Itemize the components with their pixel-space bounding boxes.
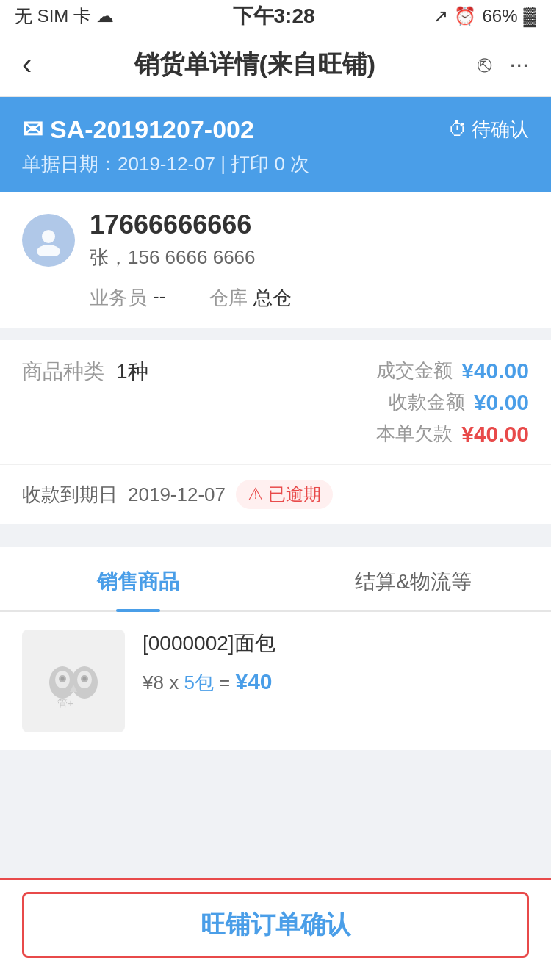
product-qty: 5包	[184, 671, 213, 693]
product-section: 管+ [0000002]面包 ¥8 x 5包 = ¥40	[0, 612, 551, 750]
order-header-top: ✉ SA-20191207-002 ⏱ 待确认	[22, 115, 529, 144]
back-button[interactable]: ‹	[22, 48, 32, 81]
customer-section: 17666666666 张，156 6666 6666 业务员 -- 仓库 总仓	[0, 192, 551, 328]
deal-label: 成交金额	[376, 358, 453, 383]
customer-info: 17666666666 张，156 6666 6666	[90, 209, 256, 270]
product-name: [0000002]面包	[143, 630, 529, 657]
more-button[interactable]: ···	[509, 51, 529, 78]
owed-amount-row: 本单欠款 ¥40.00	[376, 421, 529, 447]
order-id-icon: ✉	[22, 115, 43, 144]
status-right: ↗ ⏰ 66% ▓	[433, 6, 536, 26]
tabs-section: 销售商品 结算&物流等	[0, 547, 551, 612]
status-left: 无 SIM 卡 ☁	[15, 4, 114, 28]
due-date-section: 收款到期日 2019-12-07 ⚠ 已逾期	[0, 464, 551, 524]
customer-phone: 17666666666	[90, 209, 256, 240]
confirm-order-button[interactable]: 旺铺订单确认	[22, 892, 529, 958]
owed-value: ¥40.00	[461, 422, 529, 447]
avatar	[22, 214, 75, 267]
battery-icon: ▓	[523, 6, 536, 26]
product-price: ¥8 x	[143, 671, 184, 693]
divider-2	[0, 524, 551, 536]
order-status: ⏱ 待确认	[448, 117, 529, 143]
summary-section: 商品种类 1种 成交金额 ¥40.00 收款金额 ¥0.00 本单欠款 ¥40.…	[0, 340, 551, 464]
customer-row: 17666666666 张，156 6666 6666	[22, 209, 529, 270]
category-label: 商品种类	[22, 358, 104, 386]
share-button[interactable]: ⎋	[478, 51, 491, 78]
product-equal: =	[214, 671, 236, 693]
page-title: 销货单详情(来自旺铺)	[134, 48, 376, 82]
order-date: 单据日期：2019-12-07 | 打印 0 次	[22, 151, 529, 177]
salesman-value: --	[153, 285, 165, 311]
tab-settlement-label: 结算&物流等	[355, 570, 472, 593]
tabs-row: 销售商品 结算&物流等	[0, 547, 551, 612]
summary-left: 商品种类 1种	[22, 358, 148, 386]
order-id-text: SA-20191207-002	[50, 115, 254, 144]
status-clock-icon: ⏱	[448, 118, 467, 141]
customer-name: 张，156 6666 6666	[90, 245, 256, 270]
owed-label: 本单欠款	[376, 421, 453, 447]
status-bar: 无 SIM 卡 ☁ 下午3:28 ↗ ⏰ 66% ▓	[0, 0, 551, 32]
due-date-label: 收款到期日	[22, 482, 118, 508]
sim-label: 无 SIM 卡 ☁	[15, 4, 114, 28]
tab-sales-product[interactable]: 销售商品	[0, 547, 276, 610]
battery-label: 66%	[482, 6, 517, 26]
svg-point-1	[37, 245, 60, 256]
warehouse-label: 仓库	[209, 285, 248, 311]
svg-point-9	[83, 677, 87, 681]
product-info: [0000002]面包 ¥8 x 5包 = ¥40	[143, 630, 529, 696]
summary-right: 成交金额 ¥40.00 收款金额 ¥0.00 本单欠款 ¥40.00	[376, 358, 529, 447]
summary-row: 商品种类 1种 成交金额 ¥40.00 收款金额 ¥0.00 本单欠款 ¥40.…	[22, 358, 529, 447]
category-value: 1种	[116, 358, 148, 386]
alarm-icon: ⏰	[454, 6, 476, 26]
payment-label: 收款金额	[389, 389, 465, 415]
order-header: ✉ SA-20191207-002 ⏱ 待确认 单据日期：2019-12-07 …	[0, 97, 551, 192]
deal-amount-row: 成交金额 ¥40.00	[376, 358, 529, 383]
tab-sales-product-label: 销售商品	[97, 570, 179, 593]
nav-actions: ⎋ ···	[478, 51, 529, 78]
salesman-label: 业务员	[90, 285, 147, 311]
divider-1	[0, 328, 551, 340]
product-thumbnail: 管+	[22, 630, 125, 732]
salesman-meta: 业务员 --	[90, 285, 165, 311]
content-spacer	[0, 750, 551, 838]
svg-text:管+: 管+	[57, 697, 73, 709]
svg-point-8	[61, 677, 65, 681]
product-item: 管+ [0000002]面包 ¥8 x 5包 = ¥40	[22, 630, 529, 732]
nav-bar: ‹ 销货单详情(来自旺铺) ⎋ ···	[0, 32, 551, 97]
product-price-row: ¥8 x 5包 = ¥40	[143, 669, 529, 696]
overdue-badge: ⚠ 已逾期	[236, 480, 333, 509]
due-date-value: 2019-12-07	[128, 483, 226, 506]
confirm-btn-wrapper: 旺铺订单确认	[0, 878, 551, 980]
order-status-text: 待确认	[472, 117, 529, 143]
svg-point-0	[42, 230, 55, 243]
location-icon: ↗	[433, 6, 448, 26]
status-time: 下午3:28	[233, 2, 315, 30]
order-id: ✉ SA-20191207-002	[22, 115, 254, 144]
warehouse-meta: 仓库 总仓	[209, 285, 292, 311]
deal-value: ¥40.00	[461, 359, 529, 383]
tab-settlement[interactable]: 结算&物流等	[276, 547, 551, 610]
customer-meta: 业务员 -- 仓库 总仓	[22, 285, 529, 311]
payment-value: ¥0.00	[474, 390, 529, 415]
warehouse-value: 总仓	[253, 285, 292, 311]
overdue-text: 已逾期	[268, 483, 321, 506]
payment-amount-row: 收款金额 ¥0.00	[389, 389, 529, 415]
overdue-icon: ⚠	[248, 484, 264, 505]
product-total: ¥40	[235, 669, 272, 693]
